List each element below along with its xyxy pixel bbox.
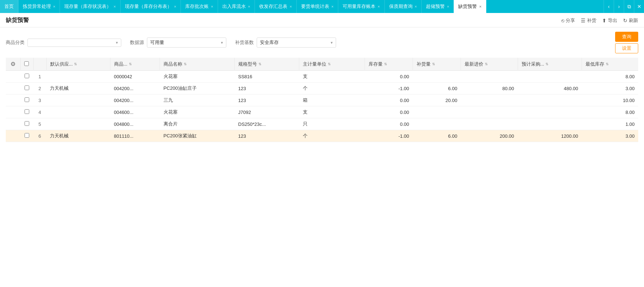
export-button[interactable]: ⬆ 导出: [602, 17, 617, 24]
row-spec-3: J7092: [235, 106, 299, 118]
replenish-base-label: 补货基数: [235, 39, 254, 46]
tab-3-label: 现存量（库存分布表）: [125, 3, 172, 10]
tab-3[interactable]: 现存量（库存分布表） ×: [121, 0, 181, 13]
row-checkbox-3[interactable]: [25, 109, 29, 114]
table-row: 2 力天机械 004200... PC200油缸庄子 123 个 -1.00 6…: [6, 83, 638, 94]
supplier-sort-icon: ⇅: [74, 62, 77, 66]
nav-restore-button[interactable]: ⧉: [624, 0, 634, 13]
row-latest-price-3: [461, 106, 518, 118]
tab-8-close[interactable]: ×: [378, 4, 380, 9]
product-name-column-header[interactable]: 商品名称 ⇅: [160, 58, 235, 71]
tab-1-label: 拣货异常处理: [23, 3, 51, 10]
tab-8[interactable]: 可用量库存账本 ×: [338, 0, 384, 13]
row-est-purchase-0: [518, 71, 582, 83]
latest-price-column-header[interactable]: 最新进价 ⇅: [461, 58, 518, 71]
row-latest-price-4: [461, 118, 518, 130]
tab-11[interactable]: 缺货预警 ×: [454, 0, 486, 13]
tab-4[interactable]: 库存批次账 ×: [181, 0, 218, 13]
est-purchase-column-header[interactable]: 预计采购... ⇅: [518, 58, 582, 71]
row-checkbox-cell[interactable]: [20, 118, 33, 130]
tab-4-label: 库存批次账: [185, 3, 209, 10]
nav-prev-button[interactable]: ‹: [604, 0, 614, 13]
row-seq-5: 6: [33, 130, 46, 142]
unit-column-header[interactable]: 主计量单位 ⇅: [299, 58, 365, 71]
tab-10[interactable]: 超储预警 ×: [422, 0, 454, 13]
tab-7[interactable]: 要货单统计表 ×: [297, 0, 338, 13]
table-row: 6 力天机械 801110... PC200张紧油缸 123 个 -1.00 6…: [6, 130, 638, 142]
spec-column-header[interactable]: 规格型号 ⇅: [235, 58, 299, 71]
select-all-checkbox[interactable]: [24, 61, 29, 66]
checkbox-column-header: [20, 58, 33, 71]
datasource-select[interactable]: 可用量 ▾: [147, 37, 226, 48]
row-settings-cell: [6, 118, 20, 130]
replenish-button[interactable]: ☰ 补货: [581, 17, 596, 24]
product-code-column-header[interactable]: 商品... ⇅: [110, 58, 160, 71]
row-checkbox-2[interactable]: [25, 97, 29, 102]
query-button[interactable]: 查询: [615, 32, 638, 42]
datasource-label: 数据源: [130, 39, 144, 46]
row-checkbox-cell[interactable]: [20, 71, 33, 83]
row-stock-1: -1.00: [365, 83, 413, 94]
tab-home[interactable]: 首页: [0, 0, 18, 13]
export-icon: ⬆: [602, 18, 606, 23]
spec-column-label: 规格型号: [238, 61, 257, 67]
column-settings-icon[interactable]: ⚙: [10, 61, 16, 67]
replenish-qty-sort-icon: ⇅: [432, 62, 435, 66]
row-seq-0: 1: [33, 71, 46, 83]
row-spec-1: 123: [235, 83, 299, 94]
share-icon: ⎋: [561, 18, 564, 23]
tab-3-close[interactable]: ×: [174, 4, 176, 9]
supplier-column-label: 默认供应...: [50, 61, 73, 67]
row-unit-4: 只: [299, 118, 365, 130]
filter-buttons: 查询 设置: [615, 32, 638, 53]
tab-2[interactable]: 现存量（库存状况表） ×: [60, 0, 120, 13]
category-filter-group: 商品分类 ▾: [6, 39, 121, 47]
row-product-code-3: 004600...: [110, 106, 160, 118]
replenish-qty-column-header[interactable]: 补货量 ⇅: [413, 58, 461, 71]
settings-button[interactable]: 设置: [615, 43, 638, 53]
row-settings-cell: [6, 106, 20, 118]
stock-sort-icon: ⇅: [384, 62, 387, 66]
row-checkbox-1[interactable]: [25, 85, 29, 90]
tab-4-close[interactable]: ×: [211, 4, 213, 9]
replenish-base-select[interactable]: 安全库存 ▾: [257, 37, 336, 48]
category-select[interactable]: ▾: [27, 39, 121, 47]
tab-11-close[interactable]: ×: [479, 4, 481, 9]
header-actions: ⎋ 分享 ☰ 补货 ⬆ 导出 ↻ 刷新: [561, 17, 638, 24]
tab-7-close[interactable]: ×: [331, 4, 334, 9]
tab-6-close[interactable]: ×: [290, 4, 292, 9]
min-stock-column-header[interactable]: 最低库存 ⇅: [582, 58, 638, 71]
tab-5-close[interactable]: ×: [248, 4, 250, 9]
tab-10-close[interactable]: ×: [447, 4, 449, 9]
tab-9[interactable]: 保质期查询 ×: [385, 0, 422, 13]
refresh-button[interactable]: ↻ 刷新: [623, 17, 638, 24]
nav-next-button[interactable]: ›: [614, 0, 624, 13]
row-checkbox-4[interactable]: [25, 121, 29, 126]
tab-2-close[interactable]: ×: [113, 4, 116, 9]
nav-close-button[interactable]: ✕: [634, 0, 644, 13]
row-min-stock-0: 8.00: [582, 71, 638, 83]
table-row: 3 004200... 三九 123 箱 0.00 20.00 10.00: [6, 94, 638, 106]
row-supplier-2: [46, 94, 110, 106]
row-checkbox-5[interactable]: [25, 133, 29, 138]
tab-1[interactable]: 拣货异常处理 ×: [18, 0, 60, 13]
row-unit-5: 个: [299, 130, 365, 142]
share-button[interactable]: ⎋ 分享: [561, 17, 575, 24]
row-product-name-3: 火花塞: [160, 106, 235, 118]
row-checkbox-0[interactable]: [25, 74, 29, 78]
row-checkbox-cell[interactable]: [20, 94, 33, 106]
replenish-base-filter-group: 补货基数 安全库存 ▾: [235, 37, 336, 48]
supplier-column-header[interactable]: 默认供应... ⇅: [46, 58, 110, 71]
tab-9-close[interactable]: ×: [415, 4, 417, 9]
row-min-stock-3: 8.00: [582, 106, 638, 118]
tab-6[interactable]: 收发存汇总表 ×: [255, 0, 296, 13]
stock-column-header[interactable]: 库存量 ⇅: [365, 58, 413, 71]
row-checkbox-cell[interactable]: [20, 83, 33, 94]
tab-5[interactable]: 出入库流水 ×: [218, 0, 255, 13]
row-checkbox-cell[interactable]: [20, 130, 33, 142]
tab-1-close[interactable]: ×: [53, 4, 55, 9]
stock-column-label: 库存量: [369, 61, 383, 67]
row-checkbox-cell[interactable]: [20, 106, 33, 118]
row-latest-price-5: 200.00: [461, 130, 518, 142]
row-seq-4: 5: [33, 118, 46, 130]
